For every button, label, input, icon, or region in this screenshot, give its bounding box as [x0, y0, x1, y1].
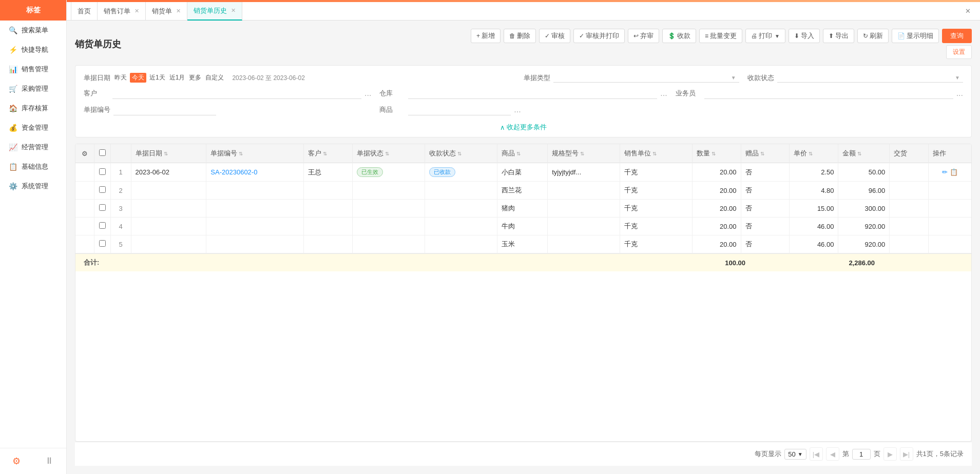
show-detail-button[interactable]: 📄 显示明细 [892, 29, 939, 43]
today-shortcut[interactable]: 今天 [130, 73, 146, 83]
sidebar-item-purchase-mgmt[interactable]: 🛒 采购管理 [0, 79, 66, 98]
sidebar-item-ops[interactable]: 📈 经营管理 [0, 137, 66, 157]
customer-input[interactable] [112, 88, 361, 99]
salesperson-picker-icon[interactable]: ... [956, 89, 963, 98]
th-product[interactable]: 商品⇅ [497, 144, 547, 163]
th-payment-status[interactable]: 收款状态⇅ [425, 144, 497, 163]
tab-sales-delivery[interactable]: 销货单 ✕ [146, 2, 187, 21]
sidebar-item-sys-mgmt[interactable]: ⚙️ 系统管理 [0, 176, 66, 196]
td-doc-number-3[interactable] [206, 218, 304, 235]
sidebar-item-inventory[interactable]: 🏠 库存核算 [0, 98, 66, 118]
td-quantity-2: 20.00 [692, 200, 741, 218]
audit-print-button[interactable]: ✓ 审核并打印 [573, 29, 625, 43]
delete-button[interactable]: 🗑 删除 [504, 29, 536, 43]
close-sales-order-icon[interactable]: ✕ [134, 8, 139, 14]
customer-picker-icon[interactable]: ... [364, 89, 371, 98]
th-unit[interactable]: 销售单位⇅ [620, 144, 692, 163]
settings-button[interactable]: 设置 [946, 45, 972, 59]
purchase-icon: 🛒 [9, 85, 17, 93]
th-quantity[interactable]: 数量⇅ [692, 144, 741, 163]
sidebar-item-sales-mgmt[interactable]: 📊 销售管理 [0, 60, 66, 79]
current-page-input[interactable] [852, 449, 871, 460]
product-input[interactable] [408, 104, 511, 115]
abandon-button[interactable]: ↩ 弃审 [628, 29, 659, 43]
table-row: 2 西兰花 千克 20.00 否 4.80 96.00 [75, 182, 971, 200]
doc-status-col-label: 单据状态 [357, 149, 383, 158]
collect-button[interactable]: 💲 收款 [662, 29, 696, 43]
td-doc-number-4[interactable] [206, 235, 304, 253]
warehouse-input[interactable] [408, 88, 657, 99]
filter-doc-type: 单据类型 ▼ [524, 73, 739, 83]
th-checkbox[interactable] [94, 144, 110, 163]
prev-page-btn[interactable]: ◀ [826, 447, 839, 461]
tab-home[interactable]: 首页 [71, 2, 98, 21]
product-picker-icon[interactable]: ... [514, 105, 521, 114]
salesperson-input[interactable] [704, 88, 953, 99]
th-doc-number[interactable]: 单据编号⇅ [206, 144, 304, 163]
last30-shortcut[interactable]: 近1月 [168, 73, 186, 83]
query-button[interactable]: 查询 [942, 29, 972, 43]
new-button[interactable]: + 新增 [471, 29, 501, 43]
td-checkbox-3[interactable] [94, 218, 110, 235]
total-info: 共1页，5条记录 [916, 449, 964, 459]
sidebar-item-basic-info[interactable]: 📋 基础信息 [0, 157, 66, 176]
td-doc-number-0[interactable]: SA-20230602-0 [206, 163, 304, 182]
last-page-btn[interactable]: ▶| [900, 447, 913, 461]
window-close-btn[interactable]: ✕ [960, 7, 976, 15]
th-amount[interactable]: 金额⇅ [838, 144, 890, 163]
sidebar-item-label: 搜索菜单 [22, 26, 48, 35]
td-doc-number-2[interactable] [206, 200, 304, 218]
td-customer-2 [304, 200, 353, 218]
collapse-button[interactable]: ∧ 收起更多条件 [500, 123, 547, 132]
th-gift[interactable]: 赠品⇅ [741, 144, 790, 163]
td-doc-number-1[interactable] [206, 182, 304, 200]
td-actions-1[interactable] [928, 182, 971, 200]
td-actions-3[interactable] [928, 218, 971, 235]
th-doc-date[interactable]: 单据日期⇅ [131, 144, 206, 163]
td-actions-4[interactable] [928, 235, 971, 253]
tab-sales-history[interactable]: 销货单历史 ✕ [187, 2, 242, 21]
export-button[interactable]: ⬆ 导出 [823, 29, 854, 43]
sidebar-bottom-icon2[interactable]: ⏸ [45, 456, 54, 467]
sidebar-item-finance[interactable]: 💰 资金管理 [0, 118, 66, 137]
th-customer[interactable]: 客户⇅ [304, 144, 353, 163]
select-all-checkbox[interactable] [99, 149, 106, 156]
first-page-btn[interactable]: |◀ [810, 447, 823, 461]
sidebar-item-quick-nav[interactable]: ⚡ 快捷导航 [0, 40, 66, 60]
audit-button[interactable]: ✓ 审核 [539, 29, 570, 43]
td-actions-2[interactable] [928, 200, 971, 218]
doc-type-select[interactable]: ▼ [553, 73, 739, 83]
yesterday-shortcut[interactable]: 昨天 [113, 73, 128, 83]
doc-number-input[interactable] [113, 104, 216, 115]
refresh-icon: ↻ [863, 32, 868, 40]
th-unit-price[interactable]: 单价⇅ [790, 144, 838, 163]
td-checkbox-4[interactable] [94, 235, 110, 253]
sidebar-bottom-icon1[interactable]: ⚙ [12, 456, 21, 467]
th-spec[interactable]: 规格型号⇅ [548, 144, 620, 163]
td-checkbox-0[interactable] [94, 163, 110, 182]
batch-change-button[interactable]: ≡ 批量变更 [699, 29, 742, 43]
td-checkbox-2[interactable] [94, 200, 110, 218]
last7-shortcut[interactable]: 近1天 [148, 73, 166, 83]
more-shortcut[interactable]: 更多 [188, 73, 202, 83]
close-sales-delivery-icon[interactable]: ✕ [176, 8, 181, 14]
warehouse-picker-icon[interactable]: ... [660, 89, 667, 98]
custom-shortcut[interactable]: 自定义 [204, 73, 225, 83]
next-page-btn[interactable]: ▶ [883, 447, 897, 461]
payment-status-select[interactable]: ▼ [777, 73, 963, 83]
tab-sales-order[interactable]: 销售订单 ✕ [98, 2, 146, 21]
page-size-select[interactable]: 50 ▼ [784, 449, 806, 460]
td-actions-0[interactable]: ✏📋 [928, 163, 971, 182]
close-sales-history-icon[interactable]: ✕ [231, 7, 236, 14]
sidebar-item-search-menu[interactable]: 🔍 搜索菜单 [0, 21, 66, 40]
import-button[interactable]: ⬇ 导入 [789, 29, 820, 43]
th-settings[interactable]: ⚙ [75, 144, 94, 163]
td-customer-0: 王总 [304, 163, 353, 182]
footer-total-amount: 2,286.00 [823, 259, 875, 267]
td-checkbox-1[interactable] [94, 182, 110, 200]
td-transaction-0 [890, 163, 929, 182]
refresh-button[interactable]: ↻ 刷新 [857, 29, 889, 43]
th-doc-status[interactable]: 单据状态⇅ [353, 144, 425, 163]
sort-customer-icon: ⇅ [323, 151, 327, 156]
print-button[interactable]: 🖨 打印 ▼ [745, 29, 785, 43]
